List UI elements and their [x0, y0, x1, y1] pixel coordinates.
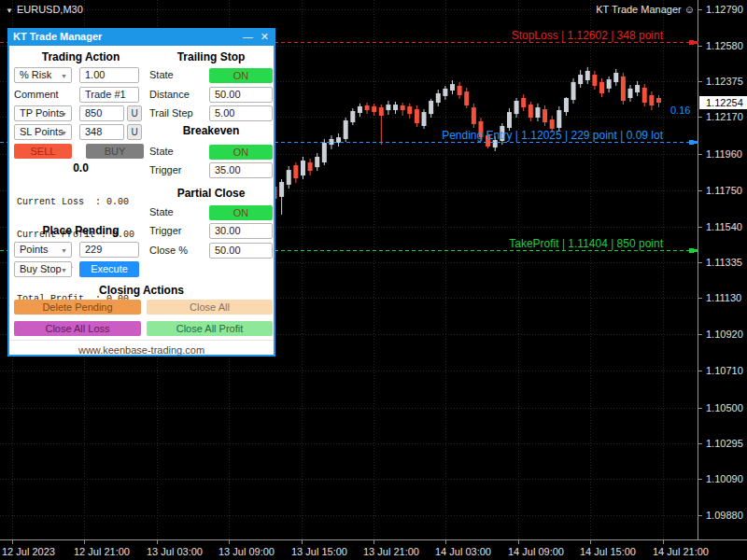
panel-titlebar[interactable]: KT Trade Manager — ✕: [7, 28, 275, 46]
svg-text:TakeProfit | 1.11404 | 850 poi: TakeProfit | 1.11404 | 850 point: [509, 237, 663, 250]
partial-trigger-input[interactable]: 30.00: [209, 223, 273, 239]
expert-name-label: KT Trade Manager ☺: [596, 4, 695, 15]
price-tick: [698, 262, 702, 263]
price-tick-label: 1.10710: [706, 365, 743, 376]
time-tick-label: 13 Jul 03:00: [147, 546, 203, 557]
svg-text:Pending Entry | 1.12025 | 229: Pending Entry | 1.12025 | 229 point | 0.…: [442, 129, 664, 142]
time-tick: [374, 540, 374, 544]
partial-trigger-label: Trigger: [149, 223, 181, 239]
closing-actions-header: Closing Actions: [9, 284, 274, 297]
chevron-down-icon: ▼: [61, 244, 67, 258]
price-tick-label: 1.09880: [706, 510, 743, 521]
pending-mode-dropdown[interactable]: Points▼: [14, 242, 72, 258]
price-tick-label: 1.12580: [706, 40, 743, 51]
time-tick-label: 14 Jul 09:00: [508, 546, 564, 557]
price-tick-label: 1.11130: [706, 292, 741, 303]
tp-mode-dropdown[interactable]: TP Points▼: [14, 105, 72, 121]
price-tick-label: 1.11750: [706, 185, 742, 196]
sl-mode-dropdown[interactable]: SL Points▼: [14, 124, 72, 140]
chevron-down-icon: ▼: [61, 107, 67, 121]
close-all-profit-button[interactable]: Close All Profit: [147, 321, 273, 336]
order-type-dropdown[interactable]: Buy Stop▼: [14, 261, 72, 277]
smiley-icon: ☺: [684, 4, 695, 15]
price-tick: [698, 9, 702, 10]
price-tick-label: 1.10295: [706, 438, 743, 449]
partial-close-header: Partial Close: [149, 187, 273, 200]
price-tick-label: 1.12375: [706, 76, 743, 87]
trailing-stop-header: Trailing Stop: [149, 50, 273, 63]
level-axis-marker: [693, 141, 698, 144]
time-axis[interactable]: 12 Jul 202312 Jul 21:0013 Jul 03:0013 Ju…: [0, 539, 747, 560]
delete-pending-button[interactable]: Delete Pending: [14, 300, 141, 315]
trailing-state-label: State: [149, 67, 174, 83]
spread-value-label: 0.16: [670, 105, 690, 116]
execute-button[interactable]: Execute: [79, 261, 139, 277]
minimize-icon[interactable]: —: [243, 28, 253, 46]
breakeven-trigger-input[interactable]: 35.00: [209, 162, 273, 178]
price-tick-label: 1.11540: [706, 221, 742, 232]
trailing-state-toggle[interactable]: ON: [209, 68, 273, 83]
price-tick-label: 1.11335: [706, 257, 742, 268]
pending-points-input[interactable]: 229: [79, 242, 139, 258]
close-all-loss-button[interactable]: Close All Loss: [14, 321, 141, 336]
time-tick: [84, 540, 85, 544]
sell-button[interactable]: SELL: [14, 144, 72, 159]
buy-button[interactable]: BUY: [86, 144, 144, 159]
price-tick: [698, 81, 702, 82]
place-pending-header: Place Pending: [14, 224, 148, 237]
trail-step-label: Trail Step: [149, 105, 193, 121]
time-tick-label: 13 Jul 15:00: [291, 546, 347, 557]
comment-label: Comment: [14, 87, 59, 103]
time-tick: [445, 540, 446, 544]
chevron-down-icon: ▼: [61, 126, 67, 140]
time-tick-label: 14 Jul 03:00: [435, 546, 491, 557]
breakeven-trigger-label: Trigger: [149, 162, 181, 178]
price-tick: [698, 334, 702, 335]
price-tick-label: 1.10920: [706, 329, 743, 340]
tp-unit-button[interactable]: U: [127, 105, 142, 121]
trail-step-input[interactable]: 5.00: [209, 105, 273, 121]
close-pct-label: Close %: [149, 243, 188, 259]
price-tick: [698, 117, 702, 118]
risk-value-input[interactable]: 1.00: [79, 67, 139, 83]
symbol-selector[interactable]: ▼EURUSD,M30: [6, 4, 83, 15]
time-tick-label: 12 Jul 21:00: [74, 546, 130, 557]
sl-value-input[interactable]: 348: [79, 124, 124, 140]
price-tick: [698, 371, 702, 371]
current-loss-stat: Current Loss : 0.00: [17, 197, 134, 208]
price-tick: [698, 408, 702, 409]
price-tick-label: 1.12170: [706, 111, 743, 122]
partial-state-label: State: [149, 204, 174, 220]
partial-state-toggle[interactable]: ON: [209, 205, 273, 220]
price-tick-label: 1.11960: [706, 148, 742, 160]
price-tick: [698, 46, 702, 47]
price-tick: [698, 154, 702, 155]
time-tick-label: 12 Jul 2023: [2, 546, 55, 557]
svg-text:StopLoss | 1.12602 | 348 point: StopLoss | 1.12602 | 348 point: [512, 29, 664, 42]
level-axis-marker: [693, 249, 698, 252]
close-icon[interactable]: ✕: [261, 28, 269, 46]
price-axis[interactable]: 1.12254 1.127901.125801.123751.121701.11…: [698, 0, 747, 539]
risk-mode-dropdown[interactable]: % Risk▼: [14, 67, 72, 83]
time-tick: [590, 540, 591, 544]
time-tick: [229, 540, 230, 544]
breakeven-state-toggle[interactable]: ON: [209, 145, 273, 160]
sl-unit-button[interactable]: U: [127, 124, 142, 140]
panel-title: KT Trade Manager: [13, 31, 102, 42]
footer-url[interactable]: www.keenbase-trading.com: [9, 340, 274, 356]
time-tick: [663, 540, 664, 544]
price-tick-label: 1.12790: [706, 4, 743, 15]
price-tick: [698, 298, 702, 299]
symbol-label: EURUSD,M30: [17, 4, 83, 15]
close-pct-input[interactable]: 50.00: [209, 243, 273, 259]
lot-size-display: 0.0: [14, 161, 148, 175]
price-tick: [698, 479, 702, 480]
breakeven-state-label: State: [149, 144, 174, 160]
chevron-down-icon: ▼: [61, 69, 67, 83]
comment-input[interactable]: Trade #1: [79, 87, 139, 103]
distance-input[interactable]: 50.00: [209, 87, 273, 103]
tp-value-input[interactable]: 850: [79, 105, 124, 121]
kt-trade-manager-panel: KT Trade Manager — ✕ Trading Action % Ri…: [7, 28, 275, 357]
time-tick-label: 14 Jul 21:00: [653, 546, 709, 557]
close-all-button[interactable]: Close All: [147, 300, 273, 315]
